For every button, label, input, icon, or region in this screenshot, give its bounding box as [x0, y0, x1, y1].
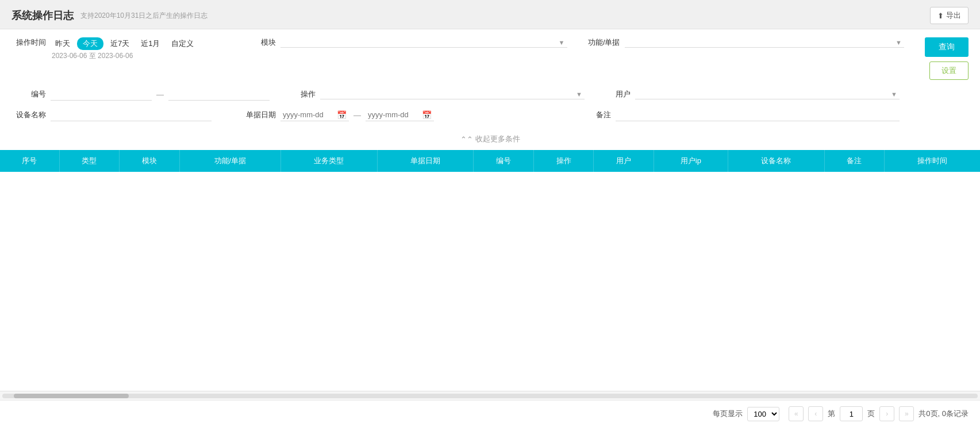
- module-select[interactable]: ▼: [280, 38, 567, 48]
- time-btn-yesterday[interactable]: 昨天: [51, 37, 75, 50]
- operation-select-text: [322, 93, 574, 96]
- user-chevron-icon: ▼: [891, 91, 897, 98]
- time-buttons: 昨天 今天 近7天 近1月 自定义: [51, 37, 198, 50]
- action-buttons: 查询 设置: [916, 37, 969, 80]
- collapse-button[interactable]: ⌃⌃ 收起更多条件: [460, 134, 520, 144]
- col-remark: 备注: [824, 150, 884, 172]
- device-input[interactable]: [51, 109, 212, 121]
- module-chevron-icon: ▼: [559, 39, 565, 46]
- time-btn-1month[interactable]: 近1月: [136, 37, 164, 50]
- operation-select[interactable]: ▼: [320, 90, 585, 99]
- time-btn-custom[interactable]: 自定义: [167, 37, 198, 50]
- query-button[interactable]: 查询: [925, 37, 969, 57]
- user-label: 用户: [596, 89, 635, 99]
- date-end-input[interactable]: [368, 110, 420, 119]
- export-icon: ⬆: [937, 11, 944, 20]
- number-input-start[interactable]: [51, 88, 152, 101]
- col-user-ip: 用户ip: [654, 150, 728, 172]
- col-biz-type: 业务类型: [281, 150, 378, 172]
- module-label: 模块: [241, 37, 280, 48]
- filter-area: 操作时间 昨天 今天 近7天 近1月 自定义 2023-06-06 至 2023…: [0, 29, 980, 150]
- function-select[interactable]: ▼: [625, 38, 905, 48]
- voucher-date-label: 单据日期: [241, 110, 280, 120]
- pagination: 每页显示 100 « ‹ 第 页 › » 共0页, 0条记录: [0, 400, 980, 427]
- empty-state: [0, 172, 980, 390]
- table-header: 序号 类型 模块 功能/单据 业务类型 单据日期 编号 操作 用户 用户ip 设…: [0, 150, 980, 172]
- col-module: 模块: [120, 150, 179, 172]
- scroll-track: [2, 394, 978, 398]
- first-page-button[interactable]: «: [789, 406, 804, 421]
- calendar-end-icon[interactable]: 📅: [422, 110, 432, 120]
- date-start-input[interactable]: [283, 110, 335, 119]
- page-subtitle: 支持2020年10月31日之后产生的操作日志: [80, 11, 207, 21]
- collapse-bar: ⌃⌃ 收起更多条件: [11, 129, 969, 147]
- number-dash: —: [152, 90, 168, 99]
- col-function: 功能/单据: [179, 150, 280, 172]
- title-area: 系统操作日志 支持2020年10月31日之后产生的操作日志: [11, 9, 207, 22]
- col-user: 用户: [594, 150, 654, 172]
- col-voucher-date: 单据日期: [377, 150, 474, 172]
- time-filter-group: 昨天 今天 近7天 近1月 自定义 2023-06-06 至 2023-06-0…: [51, 37, 198, 61]
- time-label: 操作时间: [11, 37, 51, 48]
- page-suffix: 页: [867, 409, 875, 419]
- module-select-text: [283, 41, 556, 44]
- scroll-thumb[interactable]: [14, 394, 129, 398]
- col-op-time: 操作时间: [884, 150, 980, 172]
- col-number: 编号: [474, 150, 533, 172]
- date-start-wrap: 📅: [280, 109, 349, 121]
- remark-input[interactable]: [616, 109, 900, 121]
- col-operation: 操作: [533, 150, 593, 172]
- collapse-icon: ⌃⌃: [460, 135, 473, 144]
- data-table: 序号 类型 模块 功能/单据 业务类型 单据日期 编号 操作 用户 用户ip 设…: [0, 150, 980, 172]
- number-input-end[interactable]: [168, 88, 270, 101]
- function-chevron-icon: ▼: [896, 39, 902, 46]
- export-button[interactable]: ⬆ 导出: [930, 7, 969, 24]
- date-dash: —: [349, 111, 366, 120]
- per-page-label: 每页显示: [713, 409, 743, 419]
- page-header: 系统操作日志 支持2020年10月31日之后产生的操作日志 ⬆ 导出: [0, 0, 980, 29]
- time-range-display: 2023-06-06 至 2023-06-06: [51, 51, 198, 61]
- col-seq: 序号: [0, 150, 59, 172]
- page-size-select[interactable]: 100: [747, 407, 779, 421]
- time-btn-today[interactable]: 今天: [77, 37, 103, 50]
- calendar-start-icon[interactable]: 📅: [337, 110, 347, 120]
- prev-page-button[interactable]: ‹: [808, 406, 823, 421]
- number-label: 编号: [11, 89, 51, 99]
- remark-label: 备注: [577, 110, 616, 120]
- page-prefix: 第: [828, 409, 835, 419]
- page-title: 系统操作日志: [11, 9, 74, 22]
- col-type: 类型: [59, 150, 119, 172]
- table-area: 序号 类型 模块 功能/单据 业务类型 单据日期 编号 操作 用户 用户ip 设…: [0, 150, 980, 391]
- next-page-button[interactable]: ›: [879, 406, 894, 421]
- user-select-text: [637, 93, 889, 96]
- function-label: 功能/单据: [579, 37, 625, 48]
- settings-button[interactable]: 设置: [929, 61, 969, 80]
- user-select[interactable]: ▼: [635, 90, 900, 99]
- total-text: 共0页, 0条记录: [918, 409, 969, 419]
- date-end-wrap: 📅: [366, 109, 434, 121]
- operation-label: 操作: [281, 89, 320, 99]
- page-number-input[interactable]: [840, 406, 863, 421]
- last-page-button[interactable]: »: [899, 406, 914, 421]
- horizontal-scrollbar[interactable]: [0, 391, 980, 400]
- device-label: 设备名称: [11, 110, 51, 120]
- col-device: 设备名称: [728, 150, 824, 172]
- operation-chevron-icon: ▼: [576, 91, 582, 98]
- function-select-text: [627, 41, 894, 44]
- time-btn-7days[interactable]: 近7天: [106, 37, 134, 50]
